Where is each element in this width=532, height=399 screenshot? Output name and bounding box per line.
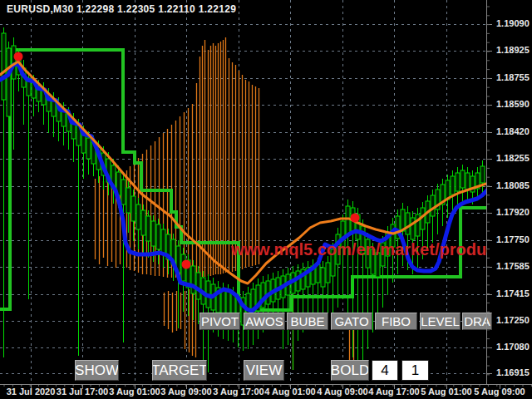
price-axis-line: [486, 0, 487, 384]
button-fibo[interactable]: FIBO: [375, 313, 417, 330]
button-bube[interactable]: BUBE: [287, 313, 328, 330]
price-axis-label: 1.17415: [496, 288, 530, 298]
price-axis-label: 1.18755: [496, 72, 530, 82]
time-axis-label: 3 Aug 17:00: [213, 387, 264, 397]
price-axis-label: 1.18255: [496, 153, 530, 163]
price-axis-label: 1.18420: [496, 126, 530, 136]
bold-period-input-2[interactable]: [401, 360, 429, 381]
button-gato[interactable]: GATO: [331, 313, 372, 330]
time-axis-line: [0, 384, 532, 385]
time-axis-label: 5 Aug 09:00: [474, 387, 525, 397]
price-axis-label: 1.17585: [496, 261, 530, 271]
price-axis-label: 1.17920: [496, 207, 530, 217]
button-bold[interactable]: BOLD: [331, 360, 369, 381]
watermark-text: www.mql5.com/en/market/product/5268: [231, 240, 487, 259]
time-axis-label: 3 Aug 01:00: [109, 387, 160, 397]
time-axis-label: 4 Aug 09:00: [317, 387, 367, 397]
mt4-chart-window: PIVOTAWOSBUBEGATOFIBOLEVELDRASHOWTARGETV…: [0, 0, 532, 399]
button-pivot[interactable]: PIVOT: [200, 313, 240, 330]
time-axis-label: 3 Aug 09:00: [160, 387, 211, 397]
time-axis-label: 31 Jul 2020: [7, 387, 56, 397]
button-show[interactable]: SHOW: [75, 360, 119, 381]
time-axis-label: 5 Aug 01:00: [421, 387, 471, 397]
button-view[interactable]: VIEW: [244, 360, 284, 381]
price-axis-label: 1.16915: [496, 367, 530, 377]
price-axis-label: 1.17080: [496, 342, 530, 352]
price-axis-label: 1.18590: [496, 99, 530, 109]
time-axis-label: 4 Aug 17:00: [368, 387, 419, 397]
price-axis-label: 1.17250: [496, 315, 530, 325]
time-axis-label: 4 Aug 01:00: [264, 387, 315, 397]
price-axis-label: 1.18085: [496, 180, 530, 190]
price-axis-label: 1.17750: [496, 234, 530, 244]
button-awos[interactable]: AWOS: [244, 313, 285, 330]
time-axis-label: 31 Jul 17:00: [57, 387, 108, 397]
button-target[interactable]: TARGET: [152, 360, 207, 381]
button-dra[interactable]: DRA: [462, 313, 492, 330]
button-level[interactable]: LEVEL: [420, 313, 461, 330]
price-axis-label: 1.19090: [496, 18, 530, 28]
bold-period-input-1[interactable]: [372, 360, 398, 381]
price-axis-label: 1.18925: [496, 45, 530, 55]
symbol-ohlc-label: EURUSD,M30 1.22298 1.22305 1.22110 1.221…: [7, 3, 236, 15]
